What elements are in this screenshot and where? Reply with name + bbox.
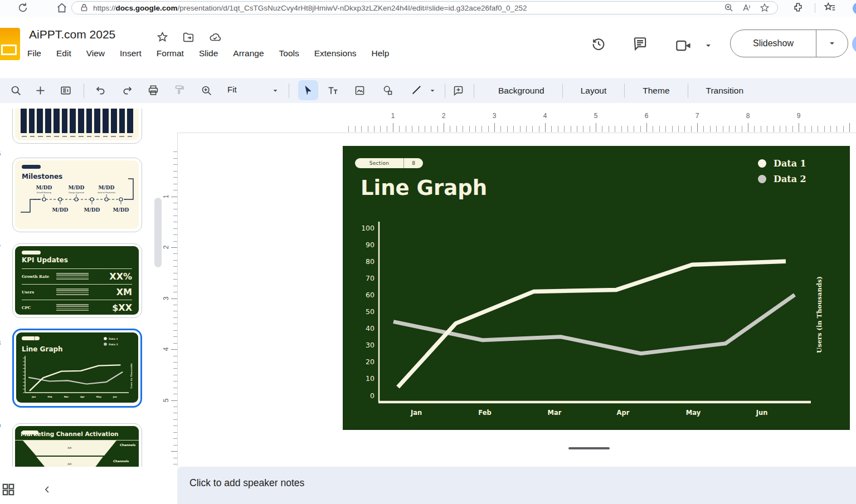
legend-item[interactable]: Data 2: [758, 174, 806, 184]
ruler-tick: [577, 126, 577, 132]
version-history-icon[interactable]: [591, 36, 606, 52]
theme-button[interactable]: Theme: [625, 86, 687, 96]
zoom-page-icon[interactable]: [724, 3, 734, 13]
speaker-notes-placeholder[interactable]: Click to add speaker notes: [189, 477, 304, 489]
menu-insert[interactable]: Insert: [120, 48, 142, 58]
menu-help[interactable]: Help: [372, 48, 390, 58]
thumbnail-bar-label: [119, 136, 124, 137]
move-folder-icon[interactable]: [182, 31, 194, 43]
legend-label: Data 1: [774, 158, 806, 169]
toolbar-divider: [289, 84, 289, 98]
svg-text:Jun: Jun: [756, 409, 768, 417]
thumbnail-bar-label: [128, 136, 133, 137]
svg-text:Mar: Mar: [548, 409, 562, 417]
line-caret-icon[interactable]: [429, 88, 436, 94]
funnel-tier: KPI: [23, 441, 116, 456]
legend-item[interactable]: Data 1: [758, 158, 806, 169]
select-tool-active[interactable]: [298, 80, 318, 100]
menu-extensions[interactable]: Extensions: [314, 48, 357, 58]
cloud-status-icon[interactable]: [208, 31, 222, 43]
ruler-tick: [173, 432, 177, 433]
favorites-bar-icon[interactable]: [824, 2, 836, 14]
thumbnail-bar-label: [30, 136, 35, 137]
ruler-tick: [380, 126, 381, 132]
menu-format[interactable]: Format: [157, 48, 184, 58]
undo-icon[interactable]: [95, 85, 106, 96]
transition-button[interactable]: Transition: [688, 86, 761, 96]
comments-icon[interactable]: [632, 36, 648, 52]
ruler-tick: [171, 451, 177, 452]
toolbar-divider: [474, 84, 474, 98]
zoom-caret-icon[interactable]: [272, 88, 279, 94]
home-icon[interactable]: [56, 2, 68, 14]
zoom-icon[interactable]: [201, 85, 212, 96]
new-slide-icon[interactable]: [35, 85, 46, 96]
menu-arrange[interactable]: Arrange: [233, 48, 264, 58]
speaker-notes[interactable]: Click to add speaker notes: [177, 467, 856, 504]
grid-view-icon[interactable]: [1, 482, 16, 497]
slide-thumbnail-line-graph-selected[interactable]: Line GraphData 1Data 2JanFebMarAprMayJun…: [12, 329, 142, 408]
collapse-filmstrip-icon[interactable]: [42, 485, 52, 495]
section-badge[interactable]: Section 8: [355, 158, 423, 168]
ruler-tick: [469, 126, 470, 132]
ruler-tick: [173, 464, 177, 464]
ruler-number: 4: [162, 345, 171, 354]
slide-layout-icon[interactable]: [60, 85, 72, 96]
refresh-icon[interactable]: [17, 2, 29, 14]
svg-text:M/DD: M/DD: [69, 185, 85, 190]
zoom-select[interactable]: Fit: [227, 85, 237, 94]
menu-tools[interactable]: Tools: [279, 48, 299, 58]
slide-title[interactable]: Line Graph: [361, 176, 487, 200]
document-title[interactable]: AiPPT.com 2025: [29, 28, 115, 41]
insert-comment-icon[interactable]: [453, 85, 464, 96]
print-icon[interactable]: [147, 84, 159, 96]
insert-line-icon[interactable]: [411, 85, 422, 96]
insert-image-icon[interactable]: [354, 85, 366, 96]
address-bar[interactable]: https://docs.google.com/presentation/d/1…: [71, 1, 778, 14]
text-box-icon[interactable]: [327, 85, 339, 96]
search-menus-icon[interactable]: [10, 85, 22, 96]
ruler-tick: [507, 126, 508, 132]
menu-edit[interactable]: Edit: [56, 48, 71, 58]
extensions-icon[interactable]: [792, 2, 804, 13]
menu-slide[interactable]: Slide: [199, 48, 218, 58]
redo-icon[interactable]: [121, 85, 133, 96]
ruler-tick: [494, 123, 495, 132]
paint-format-icon[interactable]: [173, 84, 186, 96]
filmstrip-scrollbar[interactable]: [154, 198, 162, 267]
meet-camera-icon[interactable]: [675, 38, 692, 53]
y-axis-title[interactable]: Users (in Thousands): [815, 273, 823, 356]
ruler-tick: [602, 126, 602, 132]
line-chart[interactable]: 1009080706050403020100JanFebMarAprMayJun: [354, 218, 822, 424]
menu-view[interactable]: View: [86, 48, 105, 58]
slideshow-button[interactable]: Slideshow: [731, 30, 816, 57]
favorite-star-icon[interactable]: [760, 3, 770, 13]
menu-file[interactable]: File: [27, 48, 41, 58]
insert-shape-icon[interactable]: [382, 85, 394, 96]
layout-button[interactable]: Layout: [563, 86, 625, 96]
slide-thumbnail-milestones[interactable]: MilestonesM/DDKickoff MeetingM/DDDesign …: [12, 158, 142, 232]
ruler-number: 9: [797, 112, 801, 120]
chart-legend[interactable]: Data 1Data 2: [758, 158, 806, 184]
ruler-tick: [545, 123, 546, 132]
slide-thumbnail-kpi-updates[interactable]: KPI Updates Growth RateXX%UsersXMCPC$XX: [12, 243, 142, 318]
url-text[interactable]: https://docs.google.com/presentation/d/1…: [93, 4, 724, 12]
ruler-tick: [450, 126, 450, 132]
current-slide[interactable]: Section 8 Line Graph Data 1Data 2 100908…: [343, 146, 850, 430]
slide-number: 8: [0, 339, 4, 347]
slideshow-options-caret[interactable]: [816, 30, 848, 57]
slides-logo-icon[interactable]: [0, 28, 20, 60]
star-document-icon[interactable]: [157, 31, 168, 43]
background-button[interactable]: Background: [480, 86, 562, 96]
slide-thumbnail-marketing-funnel[interactable]: Marketing Channel Activation KPIChannels…: [12, 423, 142, 467]
ruler-tick: [615, 126, 615, 132]
notes-resize-handle[interactable]: [568, 447, 610, 449]
ruler-tick: [621, 126, 622, 132]
read-aloud-icon[interactable]: [742, 3, 752, 13]
ruler-tick: [387, 126, 387, 132]
ruler-tick: [173, 458, 177, 458]
account-avatar[interactable]: [852, 35, 856, 53]
meet-dropdown-caret-icon[interactable]: [704, 42, 712, 49]
browser-avatar[interactable]: [853, 2, 856, 14]
ruler-number: 6: [645, 112, 649, 120]
